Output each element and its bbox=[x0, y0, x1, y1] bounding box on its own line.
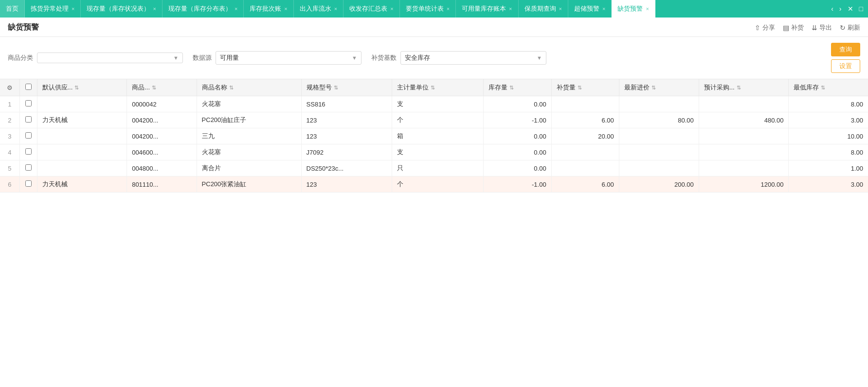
tab-batch-account[interactable]: 库存批次账 × bbox=[244, 0, 293, 18]
cell-product-name: 火花塞 bbox=[197, 96, 301, 112]
refresh-button[interactable]: ↻ 刷新 bbox=[840, 23, 860, 32]
tab-avail-ledger[interactable]: 可用量库存账本 × bbox=[456, 0, 518, 18]
th-checkbox bbox=[19, 79, 37, 96]
row-checkbox-0[interactable] bbox=[25, 100, 32, 106]
row-checkbox-3[interactable] bbox=[25, 148, 32, 155]
cell-min-stock: 10.00 bbox=[789, 128, 868, 144]
tab-inventory-dist[interactable]: 现存量（库存分布表） × bbox=[163, 0, 244, 18]
cell-product-name: 离合片 bbox=[197, 160, 301, 176]
row-checkbox-4[interactable] bbox=[25, 164, 32, 171]
cell-unit: 个 bbox=[392, 176, 484, 193]
table-header-row: ⚙ 默认供应... ⇅ 商品... ⇅ bbox=[0, 79, 868, 96]
cell-stock: -1.00 bbox=[484, 176, 551, 193]
datasource-select[interactable]: 可用量 ▼ bbox=[216, 51, 362, 65]
tab-demand-stat[interactable]: 要货单统计表 × bbox=[400, 0, 456, 18]
cell-est-purchase bbox=[699, 128, 789, 144]
filter-group-replenish-basis: 补货基数 安全库存 ▼ bbox=[371, 51, 546, 65]
filter-group-category: 商品分类 ▼ bbox=[8, 53, 183, 63]
tab-close-avail-ledger[interactable]: × bbox=[509, 6, 512, 12]
cell-product-code: 004200... bbox=[127, 128, 197, 144]
replenish-button[interactable]: ▤ 补货 bbox=[783, 23, 804, 32]
cell-product-code: 004200... bbox=[127, 112, 197, 128]
row-checkbox-2[interactable] bbox=[25, 132, 32, 139]
cell-min-stock: 8.00 bbox=[789, 96, 868, 112]
row-checkbox-1[interactable] bbox=[25, 116, 32, 123]
gear-icon[interactable]: ⚙ bbox=[7, 84, 13, 91]
cell-replenish-qty bbox=[551, 144, 619, 160]
replenish-basis-select[interactable]: 安全库存 ▼ bbox=[400, 51, 546, 65]
tab-maximize[interactable]: □ bbox=[856, 4, 866, 14]
tab-close-current[interactable]: ✕ bbox=[845, 4, 856, 14]
tab-close-inout-flow[interactable]: × bbox=[334, 6, 337, 12]
tab-overstock[interactable]: 超储预警 × bbox=[568, 0, 612, 18]
export-button[interactable]: ⇊ 导出 bbox=[812, 23, 832, 32]
tab-home[interactable]: 首页 bbox=[0, 0, 25, 18]
tab-close-expiry-query[interactable]: × bbox=[559, 6, 562, 12]
tab-close-shortage[interactable]: × bbox=[646, 6, 649, 12]
table-body: 1 0000042 火花塞 SS816 支 0.00 8.00 2 力天机械 0… bbox=[0, 96, 868, 193]
cell-supplier: 力天机械 bbox=[37, 176, 127, 193]
page-header: 缺货预警 ⇧ 分享 ▤ 补货 ⇊ 导出 ↻ 刷新 bbox=[0, 18, 868, 37]
tab-recv-summary[interactable]: 收发存汇总表 × bbox=[344, 0, 399, 18]
share-button[interactable]: ⇧ 分享 bbox=[755, 23, 775, 32]
cell-stock: 0.00 bbox=[484, 96, 551, 112]
cell-product-code: 004600... bbox=[127, 144, 197, 160]
row-checkbox-5[interactable] bbox=[25, 180, 32, 187]
th-est-purchase: 预计采购... ⇅ bbox=[699, 79, 789, 96]
table-row: 4 004600... 火花塞 J7092 支 0.00 8.00 bbox=[0, 144, 868, 160]
tab-close-recv-summary[interactable]: × bbox=[390, 6, 393, 12]
sort-icon-price: ⇅ bbox=[651, 85, 656, 91]
table-row: 5 004800... 离合片 DS250*23c... 只 0.00 1.00 bbox=[0, 160, 868, 176]
tab-close-inventory-status[interactable]: × bbox=[153, 6, 156, 12]
cell-product-code: 0000042 bbox=[127, 96, 197, 112]
cell-index: 3 bbox=[0, 128, 19, 144]
tab-shortage[interactable]: 缺货预警 × bbox=[612, 0, 655, 18]
tab-close-batch-account[interactable]: × bbox=[284, 6, 287, 12]
sort-icon-name: ⇅ bbox=[229, 85, 234, 91]
cell-stock: 0.00 bbox=[484, 144, 551, 160]
sort-icon-est-purchase: ⇅ bbox=[737, 85, 741, 91]
sort-icon-min-stock: ⇅ bbox=[821, 85, 825, 91]
cell-index: 5 bbox=[0, 160, 19, 176]
cell-unit: 支 bbox=[392, 144, 484, 160]
cell-supplier bbox=[37, 160, 127, 176]
query-button[interactable]: 查询 bbox=[831, 43, 860, 56]
select-all-checkbox[interactable] bbox=[25, 84, 32, 90]
tab-scroll-left[interactable]: ‹ bbox=[828, 4, 836, 14]
cell-replenish-qty: 20.00 bbox=[551, 128, 619, 144]
table-row: 6 力天机械 801110... PC200张紧油缸 123 个 -1.00 6… bbox=[0, 176, 868, 193]
th-stock: 库存量 ⇅ bbox=[484, 79, 551, 96]
cell-supplier: 力天机械 bbox=[37, 112, 127, 128]
cell-checkbox bbox=[19, 176, 37, 193]
tab-inout-flow[interactable]: 出入库流水 × bbox=[294, 0, 344, 18]
cell-supplier bbox=[37, 144, 127, 160]
cell-supplier bbox=[37, 96, 127, 112]
cell-unit: 箱 bbox=[392, 128, 484, 144]
th-product-name: 商品名称 ⇅ bbox=[197, 79, 301, 96]
cell-product-code: 801110... bbox=[127, 176, 197, 193]
table-container: ⚙ 默认供应... ⇅ 商品... ⇅ bbox=[0, 79, 868, 193]
cell-index: 4 bbox=[0, 144, 19, 160]
cell-stock: 0.00 bbox=[484, 128, 551, 144]
tab-close-inventory-dist[interactable]: × bbox=[235, 6, 237, 12]
tab-abnormal[interactable]: 拣货异常处理 × bbox=[25, 0, 81, 18]
tab-close-abnormal[interactable]: × bbox=[72, 6, 74, 12]
th-min-stock: 最低库存 ⇅ bbox=[789, 79, 868, 96]
cell-unit: 只 bbox=[392, 160, 484, 176]
cell-stock: -1.00 bbox=[484, 112, 551, 128]
cell-min-stock: 3.00 bbox=[789, 176, 868, 193]
tab-inventory-status[interactable]: 现存量（库存状况表） × bbox=[81, 0, 162, 18]
cell-replenish-qty bbox=[551, 160, 619, 176]
datasource-select-value: 可用量 bbox=[220, 53, 239, 62]
category-select[interactable]: ▼ bbox=[37, 53, 183, 63]
sort-icon-spec: ⇅ bbox=[334, 85, 338, 91]
tab-expiry-query[interactable]: 保质期查询 × bbox=[519, 0, 568, 18]
tab-scroll-right[interactable]: › bbox=[836, 4, 845, 14]
tab-close-demand-stat[interactable]: × bbox=[447, 6, 450, 12]
settings-button[interactable]: 设置 bbox=[831, 59, 860, 73]
cell-replenish-qty: 6.00 bbox=[551, 176, 619, 193]
cell-supplier bbox=[37, 128, 127, 144]
cell-unit: 支 bbox=[392, 96, 484, 112]
th-replenish-qty: 补货量 ⇅ bbox=[551, 79, 619, 96]
tab-close-overstock[interactable]: × bbox=[602, 6, 605, 12]
